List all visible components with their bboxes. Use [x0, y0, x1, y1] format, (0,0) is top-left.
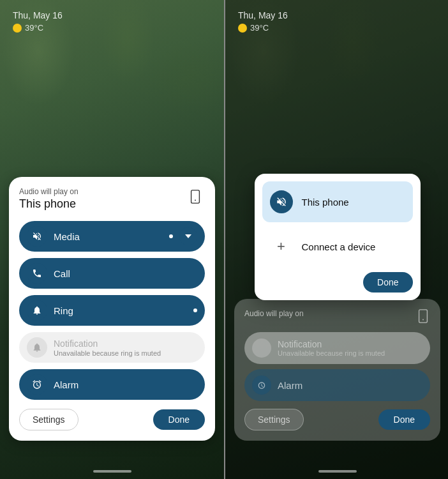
volume-sheet-right-bg: Audio will play on Notification Unavaila… — [234, 299, 440, 441]
phone-device-icon-btn[interactable] — [186, 187, 205, 208]
media-label: Media — [54, 231, 163, 242]
alarm-label-right: Alarm — [278, 380, 302, 391]
status-bar-left: Thu, May 16 39°C — [0, 0, 224, 35]
left-phone-panel: Thu, May 16 39°C Audio will play on This… — [0, 0, 224, 479]
notification-icon — [27, 337, 47, 358]
ring-row[interactable]: Ring — [19, 295, 205, 326]
date-left: Thu, May 16 — [13, 10, 211, 20]
svg-rect-0 — [191, 190, 200, 203]
media-icon — [27, 226, 47, 247]
volume-sheet-left: Audio will play on This phone Media — [9, 177, 215, 441]
alarm-icon-right — [252, 376, 271, 395]
notification-row-right: Notification Unavailable because ring is… — [244, 332, 430, 364]
chevron-down-icon — [185, 234, 191, 238]
weather-right: 39°C — [250, 23, 269, 33]
phone-device-icon-right — [416, 309, 430, 323]
media-dropdown-btn[interactable] — [179, 227, 197, 245]
alarm-row[interactable]: Alarm — [19, 369, 205, 400]
notification-sublabel-right: Unavailable because ring is muted — [278, 349, 385, 357]
alarm-label: Alarm — [54, 379, 197, 390]
ring-dot — [193, 308, 197, 312]
device-picker-popup: This phone + Connect a device Done — [255, 174, 421, 300]
alarm-row-right: Alarm — [244, 369, 430, 401]
home-indicator-right — [318, 470, 357, 473]
status-bar-right: Thu, May 16 39°C — [225, 0, 448, 35]
sheet-footer-left: Settings Done — [19, 409, 205, 430]
audio-device-left: This phone — [19, 197, 78, 211]
call-row[interactable]: Call — [19, 258, 205, 289]
audio-header-left: Audio will play on This phone — [19, 187, 205, 211]
home-indicator-left — [93, 470, 131, 473]
this-phone-label: This phone — [302, 197, 349, 208]
notification-text-group: Notification Unavailable because ring is… — [54, 338, 161, 357]
call-icon — [27, 263, 47, 284]
svg-rect-2 — [419, 310, 428, 323]
audio-label-right: Audio will play on — [244, 309, 304, 318]
weather-row-left: 39°C — [13, 23, 211, 33]
sun-icon-left — [13, 24, 22, 33]
weather-row-right: 39°C — [238, 23, 437, 33]
this-phone-option[interactable]: This phone — [262, 181, 413, 222]
alarm-icon — [27, 374, 47, 395]
this-phone-icon-circle — [270, 190, 293, 213]
right-phone-panel: Thu, May 16 39°C Audio will play on Noti… — [225, 0, 448, 479]
connect-device-option[interactable]: + Connect a device — [262, 226, 413, 267]
sheet-footer-right: Settings Done — [244, 409, 430, 430]
notification-icon-right — [252, 338, 271, 358]
plus-icon: + — [270, 235, 293, 258]
audio-info-right: Audio will play on — [244, 309, 304, 318]
ring-icon — [27, 300, 47, 321]
media-dot — [169, 234, 173, 238]
media-row[interactable]: Media — [19, 221, 205, 252]
done-button-left[interactable]: Done — [153, 409, 205, 430]
date-right: Thu, May 16 — [238, 10, 437, 20]
sun-icon-right — [238, 24, 247, 33]
popup-done-button[interactable]: Done — [363, 272, 412, 293]
audio-label-left: Audio will play on — [19, 187, 78, 196]
notification-row: Notification Unavailable because ring is… — [19, 332, 205, 363]
ring-label: Ring — [54, 305, 187, 316]
call-label: Call — [54, 268, 197, 279]
notification-label: Notification — [54, 338, 161, 349]
connect-device-label: Connect a device — [302, 241, 376, 252]
notification-label-right: Notification — [278, 339, 385, 349]
done-button-right-bg[interactable]: Done — [378, 409, 430, 430]
settings-button-right[interactable]: Settings — [244, 409, 304, 430]
notification-text-right: Notification Unavailable because ring is… — [278, 339, 385, 357]
weather-left: 39°C — [25, 23, 43, 33]
audio-header-right: Audio will play on — [244, 309, 430, 323]
notification-sublabel: Unavailable because ring is muted — [54, 349, 161, 357]
settings-button-left[interactable]: Settings — [19, 409, 78, 430]
audio-info-left: Audio will play on This phone — [19, 187, 78, 211]
